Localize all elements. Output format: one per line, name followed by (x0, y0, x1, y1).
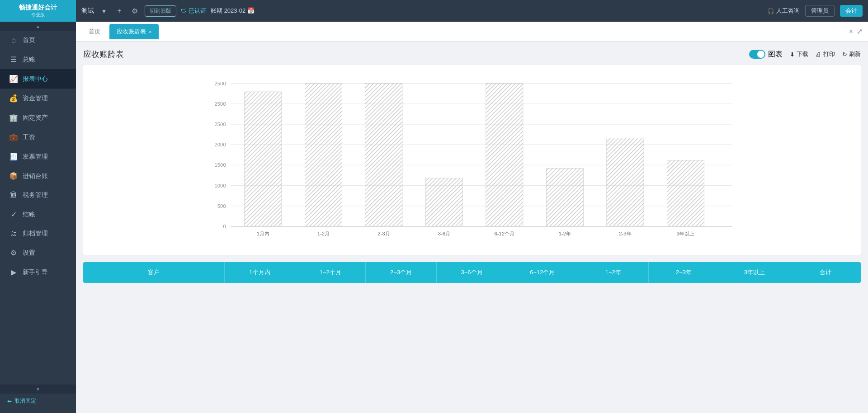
bar-1-2年 (546, 168, 583, 226)
sidebar-item-newbie[interactable]: ▶ 新手引导 (0, 263, 76, 282)
download-icon: ⬇ (790, 51, 795, 58)
tab-home[interactable]: 首页 (81, 24, 108, 39)
print-icon: 🖨 (816, 51, 821, 58)
chart-toggle-group: 图表 (749, 50, 783, 59)
certified-label: 已认证 (189, 7, 206, 15)
bar-chart-container: 2500 2500 2500 2000 1500 1000 500 0 (83, 65, 861, 255)
sidebar-label-fixed: 固定资产 (23, 114, 48, 122)
sidebar-item-settle[interactable]: ✓ 结账 (0, 205, 76, 224)
svg-text:1-2年: 1-2年 (559, 231, 571, 236)
invoice-icon: 🧾 (9, 152, 18, 161)
tab-bar: 首页 应收账龄表 × × ⤢ (76, 22, 868, 42)
play-icon: ▶ (9, 268, 18, 277)
sidebar-item-report[interactable]: 📈 报表中心 (0, 69, 76, 89)
sidebar: ▲ ⌂ 首页 ☰ 总账 📈 报表中心 💰 资金管理 🏢 固定资产 💼 工资 🧾 … (0, 22, 76, 413)
refresh-button[interactable]: ↻ 刷新 (842, 50, 861, 58)
tab-ar-aging[interactable]: 应收账龄表 × (109, 24, 159, 39)
report-icon: 📈 (9, 75, 18, 83)
chart-toggle-switch[interactable] (749, 50, 765, 59)
sidebar-scroll-up[interactable]: ▲ (0, 22, 76, 31)
svg-text:2500: 2500 (215, 101, 226, 107)
bar-2-3月 (365, 84, 402, 226)
sidebar-item-fund[interactable]: 💰 资金管理 (0, 89, 76, 108)
table-header-1m: 1个月内 (225, 262, 295, 283)
company-name: 测试 (81, 7, 94, 15)
header-right: 🎧 人工咨询 管理员 会计 (767, 5, 863, 17)
logo-sub: 专业版 (31, 12, 45, 18)
table-header-customer: 客户 (83, 262, 225, 283)
chart-toggle-label: 图表 (768, 50, 783, 59)
bar-1-2月 (305, 84, 342, 226)
building-icon: 🏢 (9, 113, 18, 122)
bar-2-3年 (607, 138, 644, 226)
sidebar-label-invoice: 发票管理 (23, 153, 48, 161)
home-icon: ⌂ (9, 36, 18, 44)
calendar-icon[interactable]: 📅 (247, 7, 255, 14)
sidebar-bottom: ▼ ⬅ 取消固定 (0, 380, 76, 413)
close-window-button[interactable]: × (849, 28, 853, 36)
add-icon[interactable]: + (114, 5, 125, 16)
gear-icon[interactable]: ⚙ (129, 5, 140, 16)
cancel-fixed-button[interactable]: ⬅ 取消固定 (0, 394, 76, 408)
main-layout: ▲ ⌂ 首页 ☰ 总账 📈 报表中心 💰 资金管理 🏢 固定资产 💼 工资 🧾 … (0, 22, 868, 413)
sidebar-label-stock: 进销台账 (23, 172, 48, 180)
svg-text:1000: 1000 (215, 183, 226, 188)
ledger-icon: ☰ (9, 55, 18, 64)
sidebar-item-salary[interactable]: 💼 工资 (0, 127, 76, 147)
bar-6-12月 (486, 84, 523, 226)
download-button[interactable]: ⬇ 下载 (790, 50, 808, 58)
report-actions: 图表 ⬇ 下载 🖨 打印 ↻ 刷新 (749, 50, 861, 59)
table-header-6-12m: 6~12个月 (507, 262, 578, 283)
tab-close-icon[interactable]: × (149, 29, 151, 34)
sidebar-item-home[interactable]: ⌂ 首页 (0, 31, 76, 50)
svg-text:0: 0 (223, 224, 226, 229)
sidebar-label-archive: 归档管理 (23, 230, 48, 238)
archive-icon: 🗂 (9, 230, 18, 238)
svg-text:2500: 2500 (215, 122, 226, 127)
chevron-down-icon[interactable]: ▾ (99, 5, 109, 16)
certified-badge: 🛡 已认证 (181, 7, 206, 15)
svg-text:2-3月: 2-3月 (377, 231, 390, 236)
sidebar-label-settle: 结账 (23, 211, 35, 219)
report-title: 应收账龄表 (83, 49, 124, 60)
print-button[interactable]: 🖨 打印 (816, 50, 835, 58)
sidebar-label-home: 首页 (23, 36, 35, 44)
sidebar-label-setting: 设置 (23, 249, 35, 257)
sidebar-item-ledger[interactable]: ☰ 总账 (0, 50, 76, 69)
sidebar-item-invoice[interactable]: 🧾 发票管理 (0, 147, 76, 166)
sidebar-label-newbie: 新手引导 (23, 268, 48, 277)
sidebar-label-report: 报表中心 (23, 75, 48, 83)
sidebar-item-archive[interactable]: 🗂 归档管理 (0, 224, 76, 243)
header-center: 测试 ▾ + ⚙ 切到旧版 🛡 已认证 账期 2023-02 📅 (81, 5, 762, 17)
manager-button[interactable]: 管理员 (805, 5, 835, 17)
sidebar-item-fixed-asset[interactable]: 🏢 固定资产 (0, 108, 76, 127)
sidebar-scroll-down[interactable]: ▼ (0, 385, 76, 394)
consult-button[interactable]: 🎧 人工咨询 (767, 7, 800, 15)
salary-icon: 💼 (9, 133, 18, 141)
unpin-icon: ⬅ (7, 398, 12, 404)
logo-area: 畅捷通好会计 专业版 (0, 0, 76, 22)
tab-actions: × ⤢ (849, 27, 863, 36)
bar-3年以上 (667, 160, 704, 226)
logo-title: 畅捷通好会计 (19, 4, 57, 12)
old-version-button[interactable]: 切到旧版 (145, 5, 176, 17)
role-button[interactable]: 会计 (840, 5, 863, 17)
table-header-2-3m: 2~3个月 (366, 262, 436, 283)
sidebar-item-stock[interactable]: 📦 进销台账 (0, 166, 76, 186)
svg-text:3年以上: 3年以上 (677, 231, 694, 236)
table-header-total: 合计 (790, 262, 861, 283)
period-info: 账期 2023-02 📅 (211, 7, 255, 15)
setting-icon: ⚙ (9, 249, 18, 257)
table-header-3-6m: 3~6个月 (437, 262, 507, 283)
bar-1月内 (245, 92, 282, 226)
svg-text:2000: 2000 (215, 142, 226, 147)
bar-3-6月 (425, 178, 462, 226)
svg-text:3-6月: 3-6月 (438, 231, 450, 236)
tax-icon: 🏛 (9, 191, 18, 199)
expand-window-button[interactable]: ⤢ (857, 27, 863, 36)
svg-text:6-12个月: 6-12个月 (495, 231, 515, 236)
sidebar-item-tax[interactable]: 🏛 税务管理 (0, 186, 76, 205)
top-header: 畅捷通好会计 专业版 测试 ▾ + ⚙ 切到旧版 🛡 已认证 账期 2023-0… (0, 0, 868, 22)
sidebar-label-fund: 资金管理 (23, 94, 48, 103)
sidebar-item-setting[interactable]: ⚙ 设置 (0, 243, 76, 263)
